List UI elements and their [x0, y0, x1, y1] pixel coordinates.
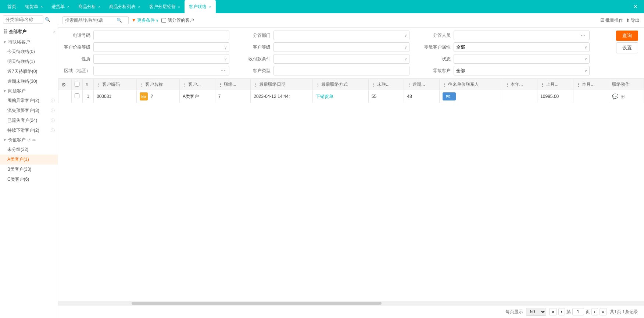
- main-layout: 🔍 ⠿ 全部客户 ‹ ▼ 待联络客户 今天待联络(0) 明天待联络(1) 近7天…: [0, 13, 644, 318]
- sidebar-item-churned[interactable]: 已流失客户(24) ⓘ: [0, 116, 58, 126]
- dept-select[interactable]: ∨: [273, 31, 409, 40]
- sidebar-item-today-contact[interactable]: 今天待联络(0): [0, 47, 58, 57]
- sidebar-search-input[interactable]: [3, 15, 43, 24]
- last-contact-method-link[interactable]: 下销货单: [316, 94, 333, 99]
- col-this-month[interactable]: ⋮ 本月...: [573, 79, 609, 90]
- nature-select[interactable]: ∨: [93, 54, 229, 64]
- gear-icon[interactable]: ⚙: [61, 82, 66, 88]
- row-select-checkbox[interactable]: [75, 93, 79, 98]
- sidebar-item-class-c[interactable]: C类客户(6): [0, 174, 58, 184]
- sidebar-search-icon[interactable]: 🔍: [45, 17, 50, 22]
- nav-sales-close[interactable]: ×: [40, 4, 43, 9]
- edit-icon[interactable]: ✏: [32, 138, 36, 143]
- data-table: ⚙ # ⋮ 客户编码: [58, 79, 644, 103]
- page-size-select[interactable]: 50 100 200: [526, 308, 546, 316]
- nav-product-analysis-list-close[interactable]: ×: [138, 4, 140, 9]
- nav-customer-contact[interactable]: 客户联络 ×: [185, 0, 215, 13]
- nav-customer-contact-close[interactable]: ×: [209, 4, 211, 9]
- col-overdue-days[interactable]: ⋮ 逾期...: [404, 79, 440, 90]
- paycondition-arrow: ∨: [404, 57, 407, 61]
- sidebar-item-7day-contact[interactable]: 近7天待联络(0): [0, 67, 58, 77]
- col-last-month[interactable]: ⋮ 上月...: [537, 79, 573, 90]
- page-number-input[interactable]: [572, 308, 584, 315]
- col-customer-level[interactable]: ⋮ 客户...: [180, 79, 215, 90]
- first-page-button[interactable]: «: [549, 308, 557, 315]
- customerlevel-select[interactable]: ∨: [273, 42, 409, 52]
- col-last-contact-date[interactable]: ⋮ 最后联络日期: [251, 79, 312, 90]
- col-customer-name[interactable]: ⋮ 客户名称: [137, 79, 180, 90]
- row-checkbox[interactable]: [72, 90, 83, 103]
- my-customers-checkbox[interactable]: [161, 18, 166, 23]
- nav-product-analysis[interactable]: 商品分析 ×: [74, 0, 105, 13]
- customertype-select[interactable]: [273, 66, 409, 75]
- sidebar-item-tomorrow-contact[interactable]: 明天待联络(1): [0, 57, 58, 67]
- sidebar-all-customers-header[interactable]: ⠿ 全部客户 ‹: [0, 26, 58, 38]
- sidebar-group-pending[interactable]: ▼ 待联络客户: [0, 38, 58, 47]
- region-select[interactable]: ···: [93, 66, 229, 75]
- filter-search-input[interactable]: [65, 18, 117, 23]
- sidebar-group-value[interactable]: ▼ 价值客户 ↺ ✏: [0, 135, 58, 145]
- export-button[interactable]: ⬆ 导出: [626, 17, 640, 24]
- nav-product-analysis-list[interactable]: 商品分析列表 ×: [105, 0, 144, 13]
- select-all-checkbox[interactable]: [75, 82, 79, 86]
- scrollbar-thumb[interactable]: [132, 302, 382, 305]
- nav-sales[interactable]: 销货单 ×: [21, 0, 47, 13]
- nav-product-analysis-close[interactable]: ×: [98, 4, 100, 9]
- sidebar-item-overdue-contact[interactable]: 逾期未联络(30): [0, 77, 58, 86]
- filter-search-icon[interactable]: 🔍: [117, 18, 122, 23]
- paycondition-select[interactable]: ∨: [273, 54, 409, 64]
- settings-button[interactable]: 设置: [616, 42, 638, 53]
- sidebar-item-declining[interactable]: 持续下滑客户(2) ⓘ: [0, 126, 58, 135]
- col-last-contact-method[interactable]: ⋮ 最后联络方式: [312, 79, 368, 90]
- sidebar-item-class-b[interactable]: B类客户(33): [0, 165, 58, 174]
- horizontal-scrollbar[interactable]: [58, 301, 644, 305]
- last-page-button[interactable]: »: [600, 308, 607, 315]
- batch-operation-button[interactable]: ☑ 批量操作: [600, 17, 623, 24]
- row-last-contact-method: 下销货单: [312, 90, 368, 103]
- query-button[interactable]: 查询: [616, 31, 638, 41]
- drag-dots-icon: ⠿: [3, 28, 7, 35]
- person-select[interactable]: ···: [454, 31, 590, 40]
- my-customers-filter[interactable]: 我分管的客户: [161, 17, 194, 24]
- refresh-icon[interactable]: ↺: [27, 138, 31, 143]
- collapse-icon[interactable]: ‹: [53, 29, 55, 35]
- filter-more-conditions[interactable]: ▼ 更多条件 ∨: [132, 17, 158, 24]
- col-not-contact-days[interactable]: ⋮ 未联...: [368, 79, 404, 90]
- status-select[interactable]: ∨: [454, 54, 590, 64]
- filter-customertype-field: 客户类型: [244, 66, 409, 75]
- row-overdue-days: 48: [404, 90, 440, 103]
- col-seq: #: [83, 79, 94, 90]
- nav-purchase[interactable]: 进货单 ×: [47, 0, 74, 13]
- person-dots[interactable]: ···: [579, 32, 587, 39]
- col-year-amount[interactable]: ⋮ 本年...: [502, 79, 537, 90]
- nav-customer-segment-close[interactable]: ×: [178, 4, 180, 9]
- message-action-icon[interactable]: 💬: [612, 93, 618, 99]
- filter-retailattr-field: 零散客户属性 全部 ∨: [424, 42, 590, 52]
- sidebar-item-churn-warning[interactable]: 流失预警客户(3) ⓘ: [0, 106, 58, 116]
- next-page-button[interactable]: ›: [591, 308, 598, 315]
- col-contact-person[interactable]: ⋮ 往来单位联系人: [439, 79, 502, 90]
- col-settings[interactable]: ⚙: [58, 79, 72, 90]
- region-dots[interactable]: ···: [219, 67, 227, 74]
- retailcustomer-select[interactable]: 全部 ∨: [454, 66, 590, 75]
- sidebar-item-class-a[interactable]: A类客户(1): [0, 155, 58, 165]
- filter-row-3: 性质 ∨ 收付款条件 ∨: [64, 54, 609, 64]
- sidebar-item-ungrouped[interactable]: 未分组(32): [0, 145, 58, 155]
- col-contact-count[interactable]: ⋮ 联络...: [215, 79, 251, 90]
- sidebar-group-problem[interactable]: ▼ 问题客户: [0, 86, 58, 96]
- retailattr-select[interactable]: 全部 ∨: [454, 42, 590, 52]
- more-action-icon[interactable]: ⊞: [620, 93, 625, 99]
- prev-page-button[interactable]: ‹: [558, 308, 565, 315]
- filter-status-field: 状态 ∨: [424, 54, 590, 64]
- pagination-nav: « ‹ 第 页 › »: [549, 308, 607, 315]
- nav-purchase-close[interactable]: ×: [67, 4, 69, 9]
- phone-input[interactable]: [93, 31, 229, 40]
- content-area: 🔍 ▼ 更多条件 ∨ 我分管的客户 ☑ 批量操作 ⬆ 导出: [58, 13, 644, 318]
- pricelevel-select[interactable]: ∨: [93, 42, 229, 52]
- nav-customer-segment[interactable]: 客户分层经营 ×: [145, 0, 185, 13]
- nav-home[interactable]: 首页: [3, 0, 21, 13]
- nav-close-all[interactable]: ×: [630, 3, 641, 11]
- sidebar-item-hoard-abnormal[interactable]: 囤购异常客户(2) ⓘ: [0, 96, 58, 106]
- col-customer-code[interactable]: ⋮ 客户编码: [94, 79, 137, 90]
- filter-nature-field: 性质 ∨: [64, 54, 229, 64]
